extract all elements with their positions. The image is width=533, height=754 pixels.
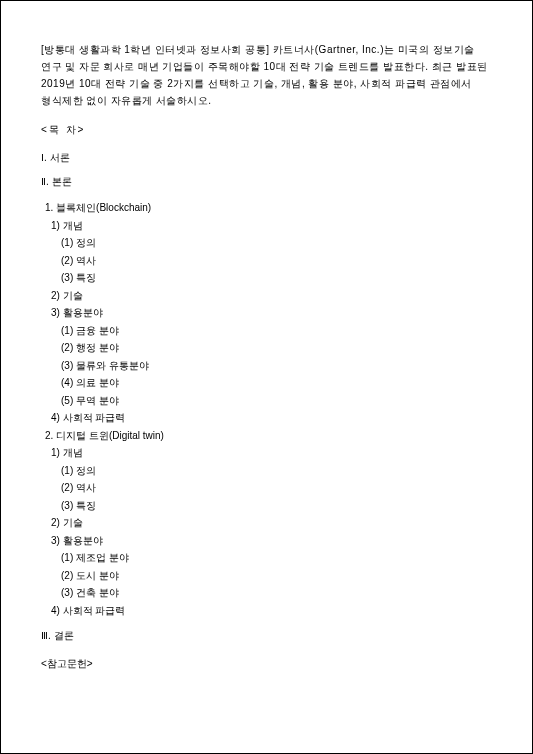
topic-1-1-2: (2) 역사 xyxy=(41,252,492,270)
topic-1-4: 4) 사회적 파급력 xyxy=(41,409,492,427)
topic-2-3-2: (2) 도시 분야 xyxy=(41,567,492,585)
topic-1-3-3: (3) 물류와 유통분야 xyxy=(41,357,492,375)
toc-list: 1. 블록체인(Blockchain) 1) 개념 (1) 정의 (2) 역사 … xyxy=(41,199,492,619)
topic-1-3-4: (4) 의료 분야 xyxy=(41,374,492,392)
topic-2-1-2: (2) 역사 xyxy=(41,479,492,497)
references-heading: <참고문헌> xyxy=(41,657,492,671)
topic-2-1-1: (1) 정의 xyxy=(41,462,492,480)
topic-2: 2. 디지털 트윈(Digital twin) xyxy=(41,427,492,445)
topic-1-3: 3) 활용분야 xyxy=(41,304,492,322)
intro-paragraph: [방통대 생활과학 1학년 인터넷과 정보사회 공통] 카트너사(Gartner… xyxy=(41,41,492,109)
toc-title: <목 차> xyxy=(41,123,492,137)
topic-1-1-1: (1) 정의 xyxy=(41,234,492,252)
section-3-heading: Ⅲ. 결론 xyxy=(41,629,492,643)
topic-1-3-1: (1) 금융 분야 xyxy=(41,322,492,340)
document-page: [방통대 생활과학 1학년 인터넷과 정보사회 공통] 카트너사(Gartner… xyxy=(0,0,533,754)
topic-2-4: 4) 사회적 파급력 xyxy=(41,602,492,620)
topic-1-1-3: (3) 특징 xyxy=(41,269,492,287)
topic-1: 1. 블록체인(Blockchain) xyxy=(41,199,492,217)
section-1-heading: Ⅰ. 서론 xyxy=(41,151,492,165)
topic-2-1: 1) 개념 xyxy=(41,444,492,462)
topic-2-3: 3) 활용분야 xyxy=(41,532,492,550)
topic-1-1: 1) 개념 xyxy=(41,217,492,235)
topic-2-3-3: (3) 건축 분야 xyxy=(41,584,492,602)
topic-1-3-5: (5) 무역 분야 xyxy=(41,392,492,410)
topic-2-3-1: (1) 제조업 분야 xyxy=(41,549,492,567)
topic-1-3-2: (2) 행정 분야 xyxy=(41,339,492,357)
topic-2-1-3: (3) 특징 xyxy=(41,497,492,515)
topic-1-2: 2) 기술 xyxy=(41,287,492,305)
section-2-heading: Ⅱ. 본론 xyxy=(41,175,492,189)
topic-2-2: 2) 기술 xyxy=(41,514,492,532)
